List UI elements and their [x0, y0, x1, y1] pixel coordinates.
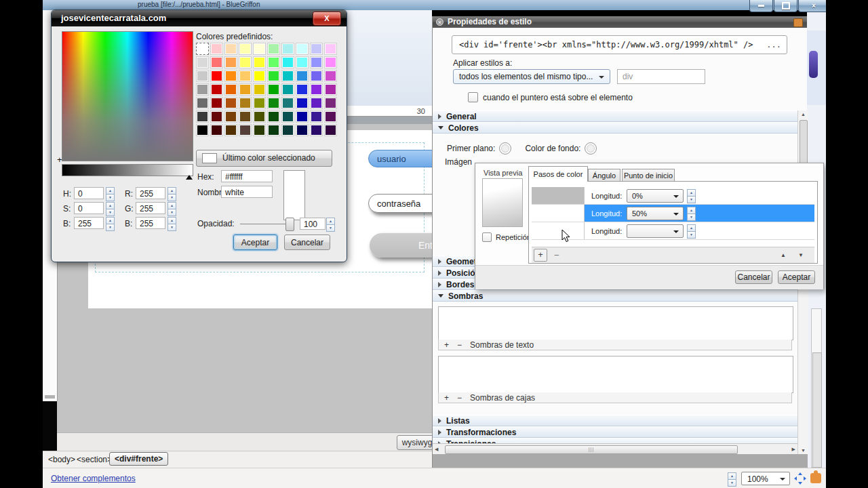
palette-swatch[interactable] [196, 83, 209, 96]
palette-swatch[interactable] [310, 110, 323, 123]
addons-link[interactable]: Obtener complementos [51, 474, 136, 483]
palette-swatch[interactable] [210, 56, 223, 68]
name-input[interactable]: white [221, 186, 273, 198]
opacity-input[interactable]: 100 [300, 218, 326, 230]
scroll-down-icon[interactable]: ▼ [801, 448, 806, 453]
palette-swatch[interactable] [296, 70, 309, 82]
zoom-stepper[interactable]: ▲▼ [728, 472, 736, 486]
b2-stepper[interactable]: ▲▼ [167, 217, 176, 230]
palette-swatch[interactable] [196, 124, 209, 136]
hue-saturation-square[interactable] [62, 31, 193, 161]
breadcrumb-div-frente[interactable]: <div#frente> [109, 452, 168, 466]
panel-close-icon[interactable]: × [436, 18, 443, 26]
palette-swatch[interactable] [210, 97, 223, 109]
right-scrollbar-thumb[interactable] [812, 352, 822, 468]
opacity-slider-handle[interactable] [285, 218, 294, 231]
section-transformaciones[interactable]: Transformaciones [433, 426, 797, 438]
breadcrumb-section[interactable]: <section> [77, 455, 112, 464]
scroll-right-icon[interactable]: ▶ [792, 447, 795, 452]
palette-swatch[interactable] [324, 97, 337, 109]
popup-accept-button[interactable]: Aceptar [778, 270, 815, 284]
palette-swatch[interactable] [296, 124, 309, 136]
maximize-button[interactable] [774, 0, 797, 12]
tab-color-stops[interactable]: Pasos de color [528, 166, 588, 182]
stop-color-swatch[interactable] [532, 187, 585, 204]
palette-swatch[interactable] [267, 83, 280, 96]
palette-swatch[interactable] [253, 43, 266, 55]
palette-swatch[interactable] [239, 124, 252, 136]
palette-swatch[interactable] [253, 70, 266, 82]
length-stepper[interactable]: ▲▼ [687, 207, 696, 220]
s-stepper[interactable]: ▲▼ [106, 202, 115, 216]
palette-swatch[interactable] [310, 56, 323, 68]
palette-swatch[interactable] [210, 70, 223, 82]
cancel-button[interactable]: Cancelar [284, 235, 330, 250]
r-input[interactable]: 255 [136, 187, 165, 199]
palette-swatch[interactable] [281, 56, 294, 68]
value-slider[interactable] [62, 164, 193, 176]
scroll-up-icon[interactable]: ▲ [801, 112, 806, 117]
palette-swatch[interactable] [239, 56, 252, 68]
palette-swatch[interactable] [224, 56, 237, 68]
palette-swatch[interactable] [253, 83, 266, 96]
tab-angle[interactable]: Ángulo [588, 169, 620, 182]
stop-color-swatch[interactable] [532, 222, 585, 239]
palette-swatch[interactable] [267, 56, 280, 68]
palette-swatch[interactable] [267, 97, 280, 109]
value-slider-marker[interactable] [186, 175, 193, 180]
palette-swatch[interactable] [239, 43, 252, 55]
palette-swatch[interactable] [224, 83, 237, 96]
horizontal-scrollbar-thumb[interactable]: ||| [445, 445, 738, 454]
add-text-shadow-button[interactable]: + [444, 340, 449, 350]
color-stop-row-selected[interactable]: Longitud: 50% ▲▼ [532, 205, 814, 222]
scroll-left-icon[interactable]: ◀ [435, 447, 438, 452]
section-colores[interactable]: Colores [433, 122, 797, 134]
palette-swatch[interactable] [281, 83, 294, 96]
palette-swatch[interactable] [296, 110, 309, 123]
palette-swatch[interactable] [239, 97, 252, 109]
palette-swatch[interactable] [324, 83, 337, 96]
palette-swatch[interactable] [267, 43, 280, 55]
palette-swatch[interactable] [239, 110, 252, 123]
section-sombras[interactable]: Sombras [433, 290, 797, 302]
palette-swatch[interactable] [296, 56, 309, 68]
addon-puzzle-icon[interactable] [810, 473, 821, 483]
palette-swatch[interactable] [196, 97, 209, 109]
palette-swatch[interactable] [224, 110, 237, 123]
palette-swatch[interactable] [281, 97, 294, 109]
accept-button[interactable]: Aceptar [233, 235, 277, 250]
length-select[interactable] [627, 224, 684, 238]
minimize-button[interactable] [749, 0, 773, 12]
palette-swatch[interactable] [196, 110, 209, 123]
zoom-select[interactable]: 100% [741, 472, 790, 485]
last-color-button[interactable]: Último color seleccionado [196, 150, 332, 167]
palette-swatch[interactable] [267, 110, 280, 123]
remove-stop-button[interactable]: − [554, 250, 559, 260]
foreground-color-picker[interactable] [499, 142, 511, 155]
palette-swatch[interactable] [210, 83, 223, 96]
palette-swatch[interactable] [224, 70, 237, 82]
hover-checkbox[interactable] [468, 92, 478, 102]
selector-code-box[interactable]: <div id='frente'><br xmlns="http://www.w… [452, 35, 787, 54]
reorder-arrows[interactable]: ▲ ▼ [781, 252, 809, 258]
length-select[interactable]: 50% [627, 207, 684, 220]
s-input[interactable]: 0 [74, 202, 104, 214]
palette-swatch[interactable] [310, 124, 323, 136]
palette-swatch[interactable] [253, 124, 266, 136]
palette-swatch[interactable] [224, 97, 237, 109]
palette-swatch[interactable] [224, 43, 237, 55]
element-name-input[interactable]: div [617, 69, 705, 84]
palette-swatch[interactable] [239, 83, 252, 96]
hex-input[interactable]: #ffffff [221, 170, 273, 182]
palette-swatch[interactable] [310, 43, 323, 55]
breadcrumb-body[interactable]: <body> [48, 455, 75, 464]
palette-swatch[interactable] [281, 124, 294, 136]
palette-swatch[interactable] [324, 70, 337, 82]
palette-swatch[interactable] [310, 97, 323, 109]
length-stepper[interactable]: ▲▼ [687, 189, 696, 203]
palette-swatch[interactable] [196, 43, 209, 55]
palette-swatch[interactable] [267, 70, 280, 82]
section-listas[interactable]: Listas [433, 415, 797, 426]
palette-swatch[interactable] [210, 43, 223, 55]
color-stop-row[interactable]: Longitud: ▲▼ [532, 222, 814, 240]
